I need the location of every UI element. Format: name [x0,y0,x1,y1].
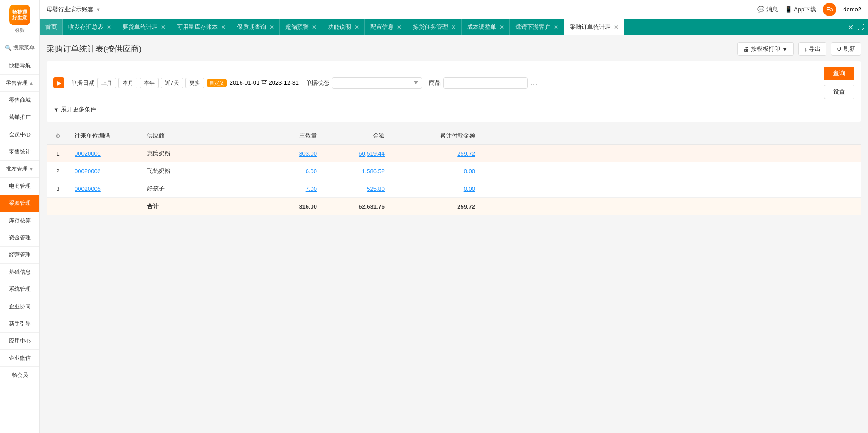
sidebar-item-marketing[interactable]: 营销推广 [0,109,39,126]
qty-link[interactable]: 7.00 [306,186,317,192]
tab-function-desc[interactable]: 功能说明 ✕ [322,19,365,35]
th-paid: 累计付款金额 [390,127,481,145]
code-link[interactable]: 00020005 [75,186,101,192]
username-label: demo2 [843,6,861,13]
th-code: 往来单位编码 [69,127,142,145]
status-filter-label: 单据状态 [306,79,329,87]
tab-close-icon[interactable]: ✕ [451,24,456,30]
settings-button[interactable]: 设置 [824,85,854,99]
message-button[interactable]: 💬 消息 [757,5,778,14]
tab-close-icon[interactable]: ✕ [500,24,504,30]
refresh-icon: ↺ [837,46,842,52]
amount-link[interactable]: 60,519.44 [359,150,385,157]
sidebar-item-basic-info[interactable]: 基础信息 [0,264,39,281]
tab-home[interactable]: 首页 [40,19,63,35]
sidebar-item-operation-mgmt[interactable]: 经营管理 [0,247,39,264]
tab-maximize-button[interactable]: ⛶ [857,23,864,31]
qty-link[interactable]: 303.00 [299,150,317,157]
tab-order-summary[interactable]: 要货单统计表 ✕ [117,19,171,35]
message-icon: 💬 [757,6,764,13]
workspace-selector[interactable]: 母婴行业演示账套 ▼ [47,5,101,14]
row-qty: 7.00 [255,180,322,198]
tab-close-icon[interactable]: ✕ [107,24,111,30]
tab-close-icon[interactable]: ✕ [554,24,558,30]
row-paid: 0.00 [390,180,481,198]
sidebar-search-area[interactable]: 🔍 搜索菜单 [0,38,39,57]
sidebar-item-quick-nav[interactable]: 快捷导航 [0,57,39,75]
tab-close-icon[interactable]: ✕ [354,24,359,30]
tab-pick-task[interactable]: 拣货任务管理 ✕ [407,19,462,35]
sidebar-item-member-center[interactable]: 会员中心 [0,126,39,143]
date-quick-7days[interactable]: 近7天 [161,78,183,88]
search-menu-button[interactable]: 🔍 搜索菜单 [3,42,37,53]
amount-link[interactable]: 525.80 [367,186,385,192]
page-title: 采购订单统计表(按供应商) [47,43,142,54]
date-quick-this-month[interactable]: 本月 [118,78,137,88]
page-title-actions: 🖨 按模板打印 ▼ ↓ 导出 ↺ 刷新 [737,42,861,56]
paid-link[interactable]: 259.72 [457,150,475,157]
tab-close-window-button[interactable]: ✕ [848,23,854,32]
sidebar-item-finance-mgmt[interactable]: 资金管理 [0,229,39,247]
amount-link[interactable]: 1,586.52 [362,168,385,175]
tab-shelf-life[interactable]: 保质期查询 ✕ [231,19,280,35]
sidebar-item-retail-mgmt[interactable]: 零售管理 ▲ [0,75,39,92]
tab-invite-downstream[interactable]: 邀请下游客户 ✕ [510,19,564,35]
row-extra [481,162,861,180]
tab-close-icon[interactable]: ✕ [161,24,165,30]
tab-overstock-alert[interactable]: 超储预警 ✕ [280,19,322,35]
column-settings-icon[interactable]: ⚙ [55,133,61,139]
tab-close-icon[interactable]: ✕ [312,24,316,30]
paid-link[interactable]: 0.00 [464,168,475,175]
sidebar-item-system-mgmt[interactable]: 系统管理 [0,281,39,298]
tab-config-info[interactable]: 配置信息 ✕ [365,19,407,35]
tab-close-icon[interactable]: ✕ [614,24,618,30]
expand-more-button[interactable]: ▼ 展开更多条件 [53,103,96,116]
tab-cost-adjust[interactable]: 成本调整单 ✕ [462,19,510,35]
status-filter-select[interactable] [332,77,422,89]
tab-close-icon[interactable]: ✕ [397,24,401,30]
export-button[interactable]: ↓ 导出 [798,42,827,56]
th-amount: 金额 [322,127,390,145]
date-range-selector: 上月 本月 本年 近7天 更多 自定义 [97,78,227,88]
sidebar-item-purchase-mgmt[interactable]: 采购管理 [0,195,39,212]
qty-link[interactable]: 6.00 [306,168,317,175]
date-quick-this-year[interactable]: 本年 [140,78,159,88]
filter-goods-item: 商品 … [429,77,538,89]
top-bar: 母婴行业演示账套 ▼ 💬 消息 📱 App下载 Ea demo2 [40,0,868,19]
user-avatar[interactable]: Ea [823,3,836,16]
sidebar-item-enterprise-wechat[interactable]: 企业微信 [0,350,39,367]
date-custom-badge[interactable]: 自定义 [207,79,227,87]
date-quick-more[interactable]: 更多 [185,78,204,88]
tab-close-icon[interactable]: ✕ [269,24,274,30]
sidebar-item-app-center[interactable]: 应用中心 [0,333,39,350]
query-button[interactable]: 查询 [824,67,854,80]
paid-link[interactable]: 0.00 [464,186,475,192]
table-row: 3 00020005 好孩子 7.00 525.80 [47,180,861,198]
tab-purchase-order-stat[interactable]: 采购订单统计表 ✕ [564,19,624,35]
sidebar-item-retail-stats[interactable]: 零售统计 [0,143,39,161]
footer-empty-2 [69,198,142,215]
sidebar-item-inventory-check[interactable]: 库存核算 [0,212,39,229]
sidebar-item-member[interactable]: 畅会员 [0,367,39,384]
goods-filter-input[interactable] [443,77,528,89]
sidebar-item-retail-store[interactable]: 零售商城 [0,92,39,109]
goods-filter-more-icon[interactable]: … [530,79,538,87]
app-download-button[interactable]: 📱 App下载 [785,5,816,14]
refresh-button[interactable]: ↺ 刷新 [831,42,861,56]
template-print-button[interactable]: 🖨 按模板打印 ▼ [737,42,794,56]
sidebar-item-ecommerce-mgmt[interactable]: 电商管理 [0,178,39,195]
tab-usable-stock[interactable]: 可用量库存账本 ✕ [171,19,231,35]
row-extra [481,180,861,198]
sidebar-item-enterprise-coop[interactable]: 企业协同 [0,298,39,315]
data-table-container: ⚙ 往来单位编码 供应商 主数量 金额 [47,127,861,215]
code-link[interactable]: 00020002 [75,168,101,175]
tab-receive-summary[interactable]: 收发存汇总表 ✕ [63,19,117,35]
sidebar-item-new-guide[interactable]: 新手引导 [0,315,39,333]
tab-close-icon[interactable]: ✕ [221,24,226,30]
date-quick-last-month[interactable]: 上月 [97,78,116,88]
row-num: 1 [47,145,69,162]
code-link[interactable]: 00020001 [75,150,101,157]
sidebar-item-wholesale-mgmt[interactable]: 批发管理 ▼ [0,161,39,178]
filter-date-item: 单据日期 上月 本月 本年 近7天 更多 自定义 2016-01-01 至 20… [71,78,299,88]
filter-toggle-button[interactable]: ▶ [53,77,64,88]
